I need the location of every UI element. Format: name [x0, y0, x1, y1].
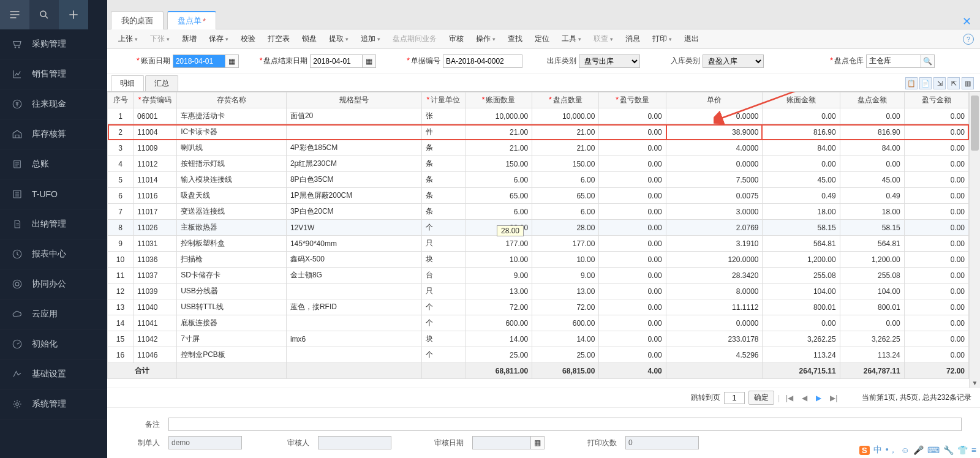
search-icon[interactable]: [29, 0, 59, 29]
close-all-tabs-icon[interactable]: ✕: [959, 14, 974, 29]
tabstrip: 我的桌面 盘点单* ✕: [107, 0, 980, 29]
svg-point-0: [40, 11, 46, 17]
tab-desktop[interactable]: 我的桌面: [111, 11, 164, 29]
dirty-indicator: *: [203, 17, 206, 26]
main: 我的桌面 盘点单* ✕ 上张 下张 新增 保存 校验 打空表 锁盘 提取 追加 …: [107, 0, 980, 29]
tab-label: 盘点单: [178, 15, 202, 26]
add-icon[interactable]: [59, 0, 88, 29]
tab-label: 我的桌面: [121, 15, 153, 26]
menu-icon[interactable]: [0, 0, 29, 29]
tab-inventory-sheet[interactable]: 盘点单*: [167, 11, 216, 29]
